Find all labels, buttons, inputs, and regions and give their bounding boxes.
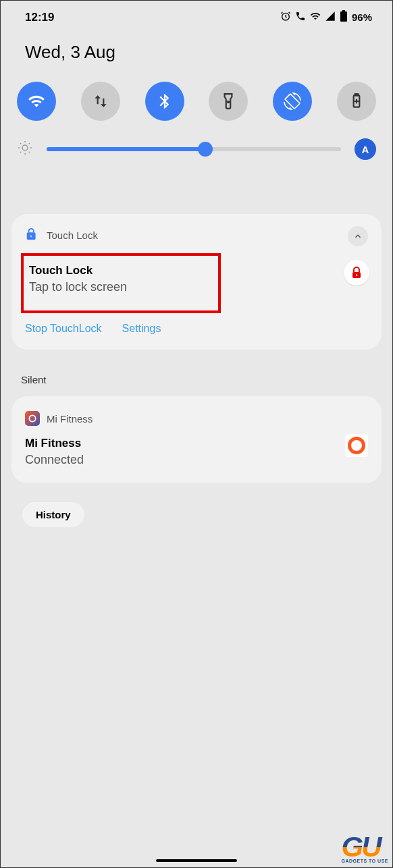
notification-subtitle: Tap to lock screen [29,280,213,294]
battery-icon [340,10,348,24]
touchlock-app-icon [25,227,40,242]
watermark-logo: GU [342,836,389,859]
wifi-icon [310,11,321,24]
bluetooth-toggle[interactable] [145,82,184,121]
silent-section-label: Silent [1,350,392,396]
quick-settings-row [1,82,392,121]
svg-point-3 [228,101,229,103]
settings-action[interactable]: Settings [122,323,161,335]
mifitness-status: Connected [25,453,368,467]
nav-indicator[interactable] [156,859,237,862]
touchlock-app-name: Touch Lock [47,229,98,241]
collapse-chevron-icon[interactable] [348,226,368,246]
auto-brightness-button[interactable]: A [355,138,376,160]
mifitness-notification[interactable]: Mi Fitness Mi Fitness Connected [11,396,382,483]
mifitness-app-icon [25,411,40,426]
status-icons: 96% [280,10,372,24]
status-time: 12:19 [25,11,54,24]
svg-rect-2 [342,10,345,11]
brightness-control: A [1,121,392,187]
history-button[interactable]: History [22,502,84,527]
battery-percent: 96% [352,11,372,23]
mifitness-title: Mi Fitness [25,437,368,450]
status-bar: 12:19 96% [1,1,392,30]
notification-title: Touch Lock [29,264,213,277]
signal-icon [325,11,336,24]
battery-saver-toggle[interactable] [337,82,376,121]
brightness-icon [17,140,33,159]
watermark: GU GADGETS TO USE [342,836,389,863]
auto-rotate-toggle[interactable] [273,82,312,121]
svg-rect-1 [340,11,347,22]
brightness-slider[interactable] [47,147,341,151]
svg-point-9 [29,415,35,421]
watermark-text: GADGETS TO USE [342,859,389,863]
alarm-icon [280,11,291,24]
touchlock-notification[interactable]: Touch Lock Touch Lock Tap to lock screen… [11,214,382,350]
flashlight-toggle[interactable] [209,82,248,121]
svg-rect-5 [355,94,358,95]
volte-icon [295,11,306,24]
mifitness-app-name: Mi Fitness [47,413,93,425]
mifitness-ring-icon [345,434,368,457]
svg-point-6 [22,145,28,151]
stop-touchlock-action[interactable]: Stop TouchLock [25,323,102,335]
highlighted-region: Touch Lock Tap to lock screen [21,253,221,313]
date-label: Wed, 3 Aug [1,30,392,82]
lock-youtube-icon [344,260,369,286]
mobile-data-toggle[interactable] [81,82,120,121]
wifi-toggle[interactable] [17,82,56,121]
